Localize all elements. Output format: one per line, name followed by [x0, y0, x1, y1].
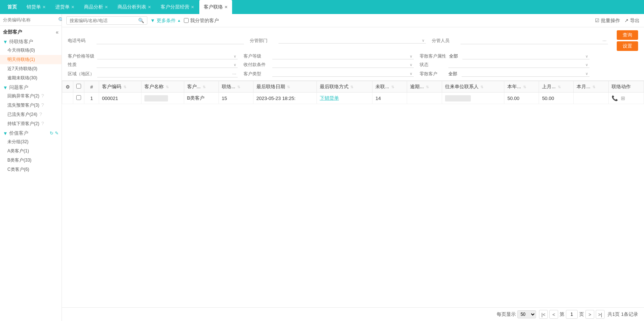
sidebar-tree: 全部客户 « ▼ 待联络客户 今天待联络(0) 明天待联络(1) 近7天待联络(…	[0, 26, 62, 321]
row-this-month	[574, 93, 608, 104]
filter-retail-attr-label: 零散客户属性	[420, 53, 446, 59]
page-suffix: 页	[579, 311, 584, 318]
col-this-year: 本年... ⇅	[504, 81, 539, 93]
section-pending-contact[interactable]: ▼ 待联络客户	[0, 37, 62, 46]
filter-region-label: 区域（地区）	[68, 71, 94, 77]
nav-product-list-close[interactable]: ✕	[148, 5, 151, 10]
filter-customer-type: 客户类型 ∨	[244, 71, 413, 77]
select-all-checkbox[interactable]	[76, 84, 81, 89]
next-page-button[interactable]: >	[585, 310, 594, 319]
filter-nature-select[interactable]: ∨	[97, 62, 238, 68]
last-page-button[interactable]: >|	[596, 310, 605, 319]
prev-page-button[interactable]: <	[549, 310, 558, 319]
sidebar-item-class-c[interactable]: C类客户(6)	[0, 165, 62, 174]
search-button[interactable]: 🔍	[138, 18, 144, 23]
col-this-month: 本月... ⇅	[574, 81, 608, 93]
sidebar-item-churned[interactable]: 已流失客户(24) ?	[0, 110, 62, 119]
sidebar-item-repurchase-abnormal[interactable]: 回购异常客户(2) ?	[0, 92, 62, 101]
search-input[interactable]	[70, 18, 137, 23]
action-phone-icon[interactable]: 📞	[612, 95, 618, 101]
sidebar-search-input[interactable]	[3, 17, 58, 23]
col-gear[interactable]: ⚙	[62, 81, 73, 93]
row-name: Ea	[141, 93, 184, 104]
sidebar-all-customers[interactable]: 全部客户 «	[0, 27, 62, 37]
sidebar-item-declining[interactable]: 持续下滑客户(2) ?	[0, 119, 62, 128]
filter-retail-attr: 零散客户属性 全部 ∨	[420, 53, 589, 59]
export-icon: ↗	[624, 18, 629, 23]
sidebar-item-class-a[interactable]: A类客户(1)	[0, 146, 62, 156]
filter-row-1: 电话号码 分管部门 ∨ 分管人员 ··· 查询	[68, 30, 638, 51]
sidebar-search: 🔍	[0, 14, 62, 26]
filter-retail-customer: 零散客户 全部 ∨	[420, 71, 589, 77]
refresh-icon[interactable]: ↻	[50, 131, 53, 136]
filter-row-2: 客户价格等级 ∨ 客户等级 ∨ 零散客户属性 全部	[68, 53, 638, 59]
filter-customer-type-select[interactable]: ∨	[272, 71, 413, 77]
first-page-button[interactable]: |<	[539, 310, 548, 319]
nav-product-analysis-close[interactable]: ✕	[105, 5, 108, 10]
sidebar-item-7days[interactable]: 近7天待联络(0)	[0, 64, 62, 73]
triangle-icon3: ▼	[3, 131, 8, 136]
filter-payment-select[interactable]: ∨	[272, 62, 413, 68]
per-page-selector: 每页显示 50 100 200	[497, 310, 536, 318]
col-code: 客户编码 ⇅	[99, 81, 141, 93]
sidebar-item-overdue[interactable]: 逾期未联络(30)	[0, 73, 62, 83]
filter-phone-input[interactable]	[97, 37, 244, 44]
more-filter-button[interactable]: ▼ 更多条件 ▲	[150, 17, 181, 24]
col-last-date: 最后联络日期 ⇅	[253, 81, 316, 93]
query-button[interactable]: 查询	[617, 30, 638, 40]
filter-dept-select[interactable]: ∨	[279, 38, 426, 44]
col-num: #	[84, 81, 99, 93]
filter-status-select[interactable]: ∨	[448, 62, 589, 68]
per-page-select[interactable]: 50 100 200	[517, 310, 536, 318]
nav-purchase[interactable]: 进货单 ✕	[51, 0, 79, 14]
filter-customer-tier-select[interactable]: ∨	[272, 54, 413, 59]
settings-button[interactable]: 设置	[617, 41, 638, 51]
row-gear	[62, 93, 73, 104]
filter-customer-tier: 客户等级 ∨	[244, 53, 413, 59]
col-name: 客户名称 ⇅	[141, 81, 184, 93]
row-contact-person: ...	[442, 93, 504, 104]
my-customer-checkbox[interactable]	[184, 18, 189, 23]
filter-nature: 性质 ∨	[68, 62, 238, 68]
sidebar-item-tomorrow[interactable]: 明天待联络(1)	[0, 55, 62, 64]
nav-purchase-close[interactable]: ✕	[71, 5, 74, 10]
filter-retail-customer-select[interactable]: ∨	[462, 71, 589, 77]
section-problem-customers[interactable]: ▼ 问题客户	[0, 83, 62, 92]
row-contact: 15	[218, 93, 253, 104]
nav-product-analysis[interactable]: 商品分析 ✕	[80, 0, 112, 14]
filter-region-dots[interactable]: ···	[232, 71, 236, 76]
sidebar-item-ungrouped[interactable]: 未分组(32)	[0, 137, 62, 146]
nav-sales[interactable]: 销货单 ✕	[22, 0, 50, 14]
filter-dept-label: 分管部门	[250, 38, 276, 44]
nav-customer-tier[interactable]: 客户分层经营 ✕	[156, 0, 199, 14]
batch-op-button[interactable]: ☑ 批量操作	[595, 17, 620, 24]
nav-product-list[interactable]: 商品分析列表 ✕	[113, 0, 155, 14]
nav-customer-contact-close[interactable]: ✕	[224, 5, 228, 10]
filter-region: 区域（地区） ···	[68, 70, 238, 77]
filter-person-dots[interactable]: ···	[602, 38, 606, 43]
sidebar-item-today[interactable]: 今天待联络(0)	[0, 46, 62, 55]
collapse-icon[interactable]: «	[56, 29, 59, 35]
col-action: 联络动作	[608, 81, 644, 93]
nav-home[interactable]: 首页	[3, 0, 21, 14]
page-input[interactable]	[566, 310, 578, 319]
col-unreached: 未联... ⇅	[372, 81, 407, 93]
row-checkbox[interactable]	[76, 95, 81, 100]
toolbar-right: ☑ 批量操作 ↗ 导出	[595, 17, 640, 24]
my-customer-checkbox-wrapper[interactable]: 我分管的客户	[184, 17, 219, 24]
section-value-customers[interactable]: ▼ 价值客户 ↻ ✎	[0, 128, 62, 137]
filter-retail-attr-select[interactable]: ∨	[462, 54, 589, 59]
edit-icon[interactable]: ✎	[55, 131, 59, 136]
last-method-link[interactable]: 下销货单	[320, 95, 339, 101]
sidebar-item-churn-warning[interactable]: 流失预警客户(3) ?	[0, 101, 62, 110]
filter-price-tier-select[interactable]: ∨	[97, 54, 238, 59]
filter-retail-customer-label: 零散客户	[420, 71, 445, 77]
sidebar-item-class-b[interactable]: B类客户(33)	[0, 156, 62, 165]
nav-sales-close[interactable]: ✕	[42, 5, 46, 10]
nav-customer-tier-close[interactable]: ✕	[191, 5, 194, 10]
nav-customer-contact[interactable]: 客户联络 ✕	[199, 0, 232, 14]
filter-status: 状态 ∨	[420, 62, 589, 68]
action-grid-icon[interactable]: ⊞	[621, 95, 625, 101]
export-button[interactable]: ↗ 导出	[624, 17, 640, 24]
chevron-down-icon5: ∨	[234, 63, 236, 67]
